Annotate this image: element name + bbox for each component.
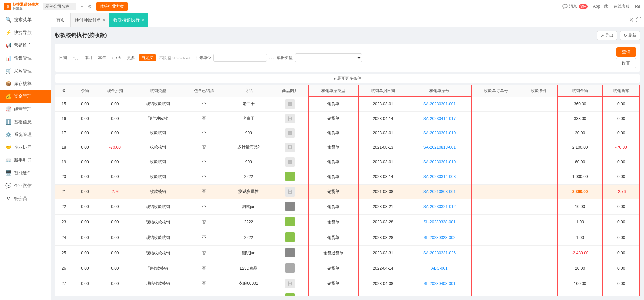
sidebar-item-quick-nav[interactable]: ⚡ 快捷导航 — [0, 26, 51, 39]
bill-type-label: 单据类型 — [277, 55, 293, 61]
cell-condition — [521, 97, 557, 111]
sidebar-item-member[interactable]: V 畅会员 — [0, 192, 51, 205]
cell-bill-type: 销货单 — [309, 199, 358, 214]
tab-receivables[interactable]: 收款核销执行 × — [109, 13, 148, 27]
cell-product: 老白干 — [225, 111, 272, 126]
cell-bill-date: 2023-03-21 — [358, 199, 408, 214]
bill-no-link[interactable]: SA-20230301-010 — [423, 160, 456, 164]
expand-more-conditions[interactable]: ▾ 展开更多条件 — [55, 74, 640, 83]
cell-condition — [521, 230, 557, 245]
from-unit-dots[interactable]: ··· — [269, 55, 275, 60]
this-month-btn[interactable]: 本月 — [83, 54, 95, 61]
last-month-btn[interactable]: 上月 — [69, 54, 81, 61]
bill-no-link[interactable]: ABC-001 — [431, 266, 448, 271]
user-name[interactable]: Rit — [635, 4, 640, 9]
sidebar-item-purchase[interactable]: 🛒 采购管理 — [0, 65, 51, 77]
bill-no-link[interactable]: SA-20210813-001 — [423, 145, 456, 150]
sidebar-item-guide[interactable]: 📖 新手引导 — [0, 154, 51, 167]
solution-button[interactable]: 体验行业方案 — [96, 2, 128, 11]
from-unit-input[interactable] — [213, 54, 267, 62]
tab-expand-icon[interactable]: ⛶ — [636, 17, 641, 23]
cell-bill-type: 销货单 — [309, 169, 358, 184]
sidebar-item-inventory-label: 库存核算 — [14, 81, 32, 87]
cell-included: 否 — [182, 245, 225, 261]
message-icon-area[interactable]: 💬 消息 99+ — [562, 4, 588, 9]
table-row: 16 0.00 0.00 预付冲应收 否 老白干 🖼 销货单 2023-04-1… — [55, 111, 640, 126]
cell-bill-date: 2023-03-28 — [358, 214, 408, 230]
expand-icon: ▾ — [334, 76, 336, 81]
sidebar-item-marketing[interactable]: 📢 营销推广 — [0, 39, 51, 52]
bill-no-link[interactable]: SL-20230328-001 — [423, 220, 455, 224]
product-image: 🖼 — [285, 187, 295, 197]
bill-no-link[interactable]: SA-20210808-001 — [423, 189, 456, 194]
setting-button[interactable]: 设置 — [616, 58, 636, 68]
cell-bill-type: 销货单 — [309, 230, 358, 245]
cell-balance: 0.00 — [73, 291, 97, 296]
app-download-link[interactable]: App下载 — [593, 4, 608, 9]
tab-prepay-label: 预付冲应付单 — [75, 17, 101, 23]
online-service-link[interactable]: 在线客服 — [613, 4, 630, 9]
col-header-condition: 收款条件 — [521, 85, 557, 97]
tab-prepay-close-icon[interactable]: × — [103, 18, 105, 22]
sidebar-item-marketing-label: 营销推广 — [14, 42, 32, 48]
product-image — [285, 172, 295, 181]
query-button[interactable]: 查询 — [616, 47, 636, 57]
product-image — [285, 217, 295, 226]
sidebar-item-wechat[interactable]: 💬 企业微信 — [0, 179, 51, 192]
cell-type: 现结收款核销 — [133, 97, 182, 111]
bill-no-link[interactable]: SL-20230328-002 — [423, 235, 455, 240]
bill-no-link[interactable]: SA-20230331-026 — [423, 251, 456, 255]
sidebar-item-inventory[interactable]: 📦 库存核算 — [0, 77, 51, 90]
bill-no-link[interactable]: SA-20230321-012 — [423, 204, 456, 209]
cell-cash-discount: -2.76 — [97, 184, 133, 199]
refresh-button[interactable]: ↻ 刷新 — [620, 31, 640, 40]
col-header-settings[interactable]: ⚙ — [55, 85, 73, 97]
table-row: 23 0.00 0.00 现结收款核销 否 2222 销货单 2023-03-2… — [55, 214, 640, 230]
cell-balance: 0.00 — [73, 245, 97, 261]
message-badge: 99+ — [579, 4, 588, 9]
cell-condition — [521, 184, 557, 199]
cell-cash-discount: 0.00 — [97, 245, 133, 261]
sidebar-item-finance[interactable]: 💰 资金管理 — [0, 90, 51, 103]
product-image — [285, 248, 295, 257]
recent7-btn[interactable]: 近7天 — [109, 54, 124, 61]
cell-discount: -2.76 — [602, 184, 640, 199]
cell-amount: 100.00 — [557, 291, 603, 296]
sidebar-item-operations[interactable]: 📈 经营管理 — [0, 103, 51, 116]
cell-type: 收款核销 — [133, 155, 182, 169]
col-header-product-img: 商品图片 — [272, 85, 309, 97]
tab-home[interactable]: 首页 — [51, 13, 71, 27]
page-title-row: 收款核销执行(按收款) ↗ 导出 ↻ 刷新 — [55, 31, 640, 40]
company-name[interactable]: 示例公司名称 — [43, 3, 76, 10]
cell-img: 🖼 — [272, 111, 309, 126]
cell-condition — [521, 111, 557, 126]
cell-order-no — [471, 199, 521, 214]
sidebar-item-basicinfo-label: 基础信息 — [14, 119, 32, 125]
tab-close-all-icon[interactable]: ✕ — [629, 17, 633, 23]
sidebar-item-hardware[interactable]: 🖥️ 智能硬件 — [0, 167, 51, 179]
sidebar-item-basic-info[interactable]: ℹ️ 基础信息 — [0, 116, 51, 128]
bill-no-link[interactable]: SA-20230414-017 — [423, 116, 456, 121]
sidebar-item-system[interactable]: ⚙️ 系统管理 — [0, 128, 51, 141]
tab-receivables-close-icon[interactable]: × — [142, 18, 144, 22]
data-table: ⚙ 余额 现金折扣 核销类型 包含已结清 商品 商品图片 核销单据类型 核销单据… — [55, 85, 640, 296]
bill-type-select[interactable] — [295, 53, 362, 62]
bill-no-link[interactable]: SA-20230301-010 — [423, 131, 456, 135]
settings-gear-icon[interactable]: ⚙ — [88, 4, 92, 9]
cell-included: 否 — [182, 140, 225, 155]
more-date-btn[interactable]: 更多 — [125, 54, 137, 61]
cell-balance: 0.00 — [73, 97, 97, 111]
export-button[interactable]: ↗ 导出 — [597, 31, 617, 40]
bill-no-link[interactable]: SL-20230408-001 — [423, 281, 455, 286]
cell-condition — [521, 245, 557, 261]
company-dropdown-icon[interactable]: ▼ — [80, 5, 84, 8]
sidebar-item-sales[interactable]: 📊 销售管理 — [0, 52, 51, 65]
bill-no-link[interactable]: SA-20230301-001 — [423, 102, 456, 106]
sidebar-item-enterprise[interactable]: 🤝 企业协同 — [0, 141, 51, 154]
this-year-btn[interactable]: 本年 — [96, 54, 108, 61]
tab-prepay[interactable]: 预付冲应付单 × — [71, 13, 109, 27]
bill-no-link[interactable]: SA-20230314-008 — [423, 174, 456, 179]
custom-date-btn[interactable]: 自定义 — [139, 54, 156, 61]
cell-type: 现结收款核销 — [133, 199, 182, 214]
sidebar-item-search[interactable]: 🔍 搜索菜单 — [0, 13, 51, 26]
